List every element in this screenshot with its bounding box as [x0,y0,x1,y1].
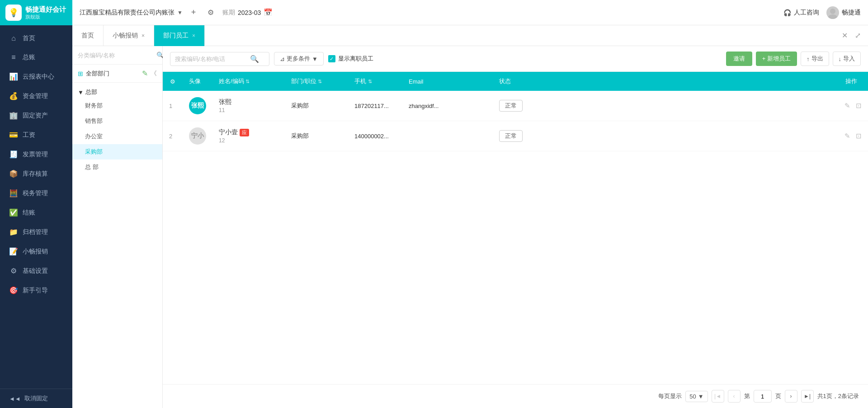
ledger-icon: ≡ [9,53,18,61]
employee-email [402,121,493,151]
sidebar-item-settings[interactable]: ⚙ 基础设置 [0,261,72,281]
employee-panel: 🔍 ⊿ 更多条件 ▼ ✓ 显示离职员工 邀请 [163,46,868,408]
employee-status-cell: 正常 [493,91,556,121]
export-button[interactable]: ↑ 导出 [801,52,829,66]
toolbar-right: 邀请 + 新增员工 ↑ 导出 ↓ 导入 [726,52,861,66]
home-icon: ⌂ [9,34,18,42]
sidebar-item-assets[interactable]: 🏢 固定资产 [0,106,72,125]
col-phone[interactable]: 手机 ⇅ [348,72,402,91]
sidebar-item-ledger[interactable]: ≡ 总账 [0,48,72,67]
first-page-button[interactable]: |◄ [712,390,724,403]
page-input[interactable] [754,390,772,403]
dept-item-office[interactable]: 办公室 [72,129,162,144]
period-display: 账期 2023-03 📅 [222,8,273,17]
sidebar-item-close[interactable]: ✅ 结账 [0,203,72,222]
dept-tree: ▼ 总部 财务部 销售部 办公室 采购部 总 部 [72,83,162,408]
sidebar-pin-toggle[interactable]: ◄◄ 取消固定 [0,389,72,408]
tab-expense-close[interactable]: × [142,33,145,39]
company-selector[interactable]: 江西服宝精品有限责任公司内账张 ▼ [80,9,183,17]
dept-item-purchase[interactable]: 采购部 [72,144,162,159]
employee-name: 张熙 [219,98,231,106]
add-company-button[interactable]: + [188,7,199,18]
tab-expense[interactable]: 小畅报销 × [104,25,154,46]
employee-name-cell: 宁小壹 应 12 [212,121,285,151]
col-email: Email [402,72,493,91]
topbar: 江西服宝精品有限责任公司内账张 ▼ + ⚙ 账期 2023-03 📅 🎧 人工咨… [72,0,868,25]
employee-avatar: 宁小 [189,127,206,145]
main-content: 江西服宝精品有限责任公司内账张 ▼ + ⚙ 账期 2023-03 📅 🎧 人工咨… [72,0,868,408]
sidebar-item-expense[interactable]: 📝 小畅报销 [0,242,72,261]
show-resigned-toggle[interactable]: ✓ 显示离职员工 [328,55,373,63]
filter-button[interactable]: ⊿ 更多条件 ▼ [274,52,324,66]
sidebar-item-guide[interactable]: 🎯 新手引导 [0,281,72,300]
add-employee-button[interactable]: + 新增员工 [756,52,797,66]
dept-sort-icon: ⇅ [318,79,322,84]
dept-header-actions: ✎ 《 [142,69,157,78]
dept-root-label[interactable]: ▼ 总部 [72,84,162,98]
service-button[interactable]: 🎧 人工咨询 [783,9,819,17]
page-body: 🔍 ⊞ 全部部门 ✎ 《 ▼ 总部 财务部 [72,46,868,408]
col-status: 状态 [493,72,556,91]
dept-edit-icon[interactable]: ✎ [142,69,148,78]
svg-point-0 [830,9,835,14]
next-page-button[interactable]: › [785,390,797,403]
table-row: 2 宁小 宁小壹 应 12 采购部 140000002... 正常 ✎ ⊡ [163,121,868,151]
resigned-checkbox[interactable]: ✓ [328,55,335,62]
dept-item-general[interactable]: 总 部 [72,159,162,175]
prev-page-button[interactable]: ‹ [728,390,741,403]
logo-text: 畅捷通好会计 旗舰版 [25,5,66,20]
sidebar-item-home[interactable]: ⌂ 首页 [0,29,72,48]
employee-table: ⚙ 头像 姓名/编码 ⇅ 部门/职位 ⇅ 手机 [163,72,868,384]
col-dept[interactable]: 部门/职位 ⇅ [285,72,348,91]
topbar-right: 🎧 人工咨询 畅捷通 [783,6,861,19]
dept-collapse-icon[interactable]: 《 [151,70,157,78]
row-number: 1 [163,91,183,121]
tab-employees-close[interactable]: × [192,33,195,39]
last-page-button[interactable]: ►| [801,390,814,403]
window-controls: ✕ ⤢ [840,29,868,42]
dept-item-finance[interactable]: 财务部 [72,98,162,113]
checkmark-icon: ✓ [330,56,334,62]
emp-search-wrap: 🔍 [170,52,269,66]
tab-employees[interactable]: 部门员工 × [154,25,205,46]
guide-icon: 🎯 [9,286,18,295]
close-window-button[interactable]: ✕ [840,29,849,42]
sidebar-item-salary[interactable]: 💳 工资 [0,125,72,145]
logo-icon: 💡 [5,5,22,21]
more-actions-button[interactable]: ⊡ [856,102,862,110]
sidebar-item-invoice[interactable]: 🧾 发票管理 [0,145,72,164]
dept-search-input[interactable] [78,52,154,59]
employee-actions: ✎ ⊡ [556,121,868,151]
user-menu[interactable]: 畅捷通 [826,6,861,19]
sidebar-item-finance[interactable]: 💰 资金管理 [0,86,72,106]
invite-button[interactable]: 邀请 [726,52,752,66]
employee-actions: ✎ ⊡ [556,91,868,121]
sidebar-item-tax[interactable]: 🧮 税务管理 [0,183,72,203]
sidebar-item-archive[interactable]: 📁 归档管理 [0,222,72,242]
sidebar-item-inventory[interactable]: 📦 库存核算 [0,164,72,183]
emp-search-icon: 🔍 [250,55,259,63]
headset-icon: 🎧 [783,9,791,16]
col-settings[interactable]: ⚙ [163,72,183,91]
expense-icon: 📝 [9,247,18,256]
dept-grid-icon: ⊞ [78,70,83,77]
sidebar-nav: ⌂ 首页 ≡ 总账 📊 云报表中心 💰 资金管理 🏢 固定资产 💳 工资 🧾 发… [0,25,72,389]
employee-name-cell: 张熙 11 [212,91,285,121]
more-actions-button[interactable]: ⊡ [856,132,862,140]
maximize-window-button[interactable]: ⤢ [853,29,863,42]
page-size-select[interactable]: 50 ▼ [685,391,708,402]
edit-employee-button[interactable]: ✎ [844,132,850,140]
status-badge: 正常 [499,130,523,142]
emp-search-input[interactable] [175,56,247,62]
dept-search: 🔍 [72,46,162,65]
employee-dept: 采购部 [285,121,348,151]
sidebar-item-reports[interactable]: 📊 云报表中心 [0,67,72,86]
col-name[interactable]: 姓名/编码 ⇅ [212,72,285,91]
calendar-icon[interactable]: 📅 [264,8,273,17]
tab-home[interactable]: 首页 [72,25,104,46]
invoice-icon: 🧾 [9,150,18,159]
import-button[interactable]: ↓ 导入 [833,52,861,66]
company-settings-button[interactable]: ⚙ [204,6,217,19]
dept-item-sales[interactable]: 销售部 [72,113,162,129]
edit-employee-button[interactable]: ✎ [844,102,850,110]
